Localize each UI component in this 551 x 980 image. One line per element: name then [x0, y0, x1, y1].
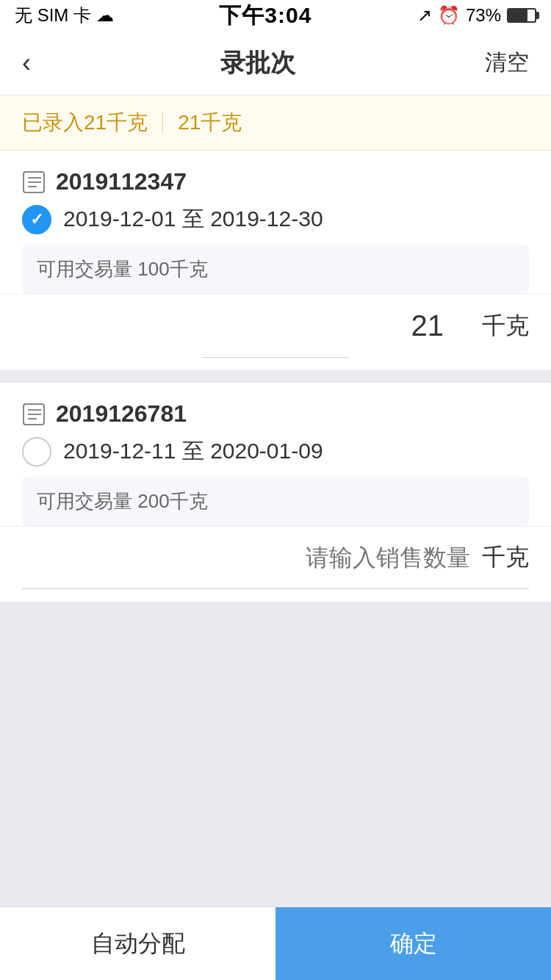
input-underline: [22, 588, 529, 589]
batch-id-1: 2019112347: [56, 168, 187, 195]
document-icon-2: [22, 403, 48, 426]
quantity-unit-1: 千克: [482, 310, 529, 342]
batch-avail-1: 可用交易量 100千克: [22, 245, 529, 294]
status-right: ↗ ⏰ 73%: [417, 5, 536, 26]
batch-avail-2: 可用交易量 200千克: [22, 477, 529, 526]
banner-divider: [162, 112, 163, 134]
location-icon: ↗: [417, 5, 432, 26]
batch-date-1: 2019-12-01 至 2019-12-30: [63, 204, 323, 234]
alarm-icon: ⏰: [438, 5, 460, 26]
batch-id-2: 2019126781: [56, 400, 187, 428]
batch-item-1: 2019112347 2019-12-01 至 2019-12-30 可用交易量…: [0, 151, 551, 294]
status-left: 无 SIM 卡 ☁: [15, 4, 114, 27]
battery-percent: 73%: [466, 5, 501, 26]
batch-card-2: 2019126781 2019-12-11 至 2020-01-09 可用交易量…: [0, 383, 551, 601]
quantity-value-1: 21: [411, 309, 444, 342]
nav-bar: ‹ 录批次 清空: [0, 31, 551, 96]
battery-icon: [507, 8, 536, 23]
clear-button[interactable]: 清空: [485, 48, 529, 78]
status-time: 下午3:04: [219, 1, 311, 31]
quantity-row-2: 千克: [0, 526, 551, 588]
auto-distribute-button[interactable]: 自动分配: [0, 907, 276, 980]
batch-card-1: 2019112347 2019-12-01 至 2019-12-30 可用交易量…: [0, 151, 551, 370]
quantity-unit-2: 千克: [482, 541, 529, 574]
batch-header-2: 2019126781: [22, 400, 529, 428]
status-bar: 无 SIM 卡 ☁ 下午3:04 ↗ ⏰ 73%: [0, 0, 551, 31]
sim-label: 无 SIM 卡 ☁: [15, 4, 114, 27]
section-divider: [0, 371, 551, 383]
recorded-amount-value: 21千克: [178, 109, 242, 137]
separator-1: [202, 357, 349, 358]
batch-date-2: 2019-12-11 至 2020-01-09: [63, 436, 323, 466]
gray-area: [0, 602, 551, 918]
batch-date-row-1[interactable]: 2019-12-01 至 2019-12-30: [22, 204, 529, 234]
radio-1[interactable]: [22, 205, 51, 234]
batch-header-1: 2019112347: [22, 168, 529, 195]
quantity-row-1: 21 千克: [0, 294, 551, 357]
info-banner: 已录入21千克 21千克: [0, 96, 551, 151]
bottom-bar: 自动分配 确定: [0, 907, 551, 980]
recorded-amount-label: 已录入21千克: [22, 109, 148, 137]
confirm-button[interactable]: 确定: [276, 907, 551, 980]
document-icon-1: [22, 170, 48, 194]
back-button[interactable]: ‹: [22, 48, 31, 79]
batch-item-2: 2019126781 2019-12-11 至 2020-01-09 可用交易量…: [0, 383, 551, 526]
batch-date-row-2[interactable]: 2019-12-11 至 2020-01-09: [22, 436, 529, 466]
quantity-input-2[interactable]: [250, 544, 470, 572]
radio-2[interactable]: [22, 437, 51, 466]
page-title: 录批次: [220, 46, 295, 80]
